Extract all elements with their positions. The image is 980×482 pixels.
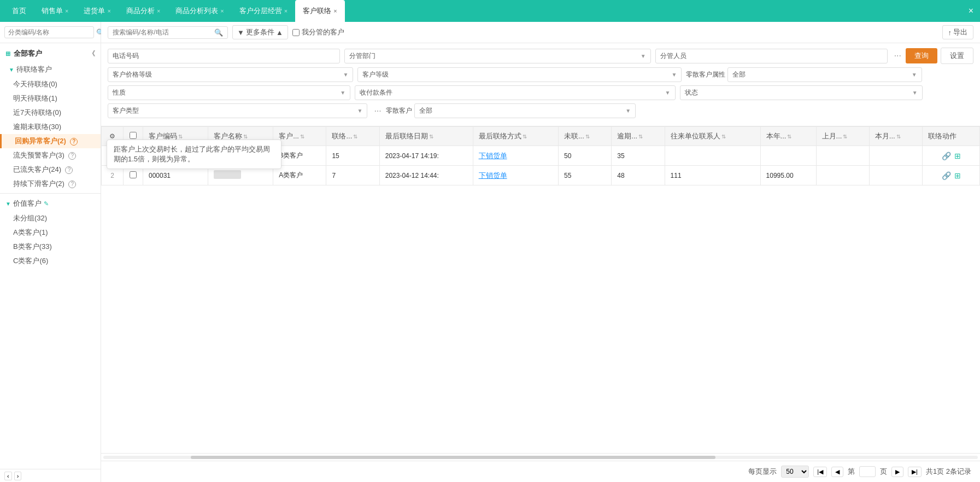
uncontacted-sort-icon: ⇅ xyxy=(585,133,590,140)
data-table-area[interactable]: ⚙ 客户编码 ⇅ 客户名称 ⇅ xyxy=(101,126,980,453)
sidebar-item-b-class[interactable]: B类客户(33) xyxy=(0,240,101,254)
sidebar-item-tomorrow[interactable]: 明天待联络(1) xyxy=(0,91,101,106)
per-page-select[interactable]: 50 20 100 xyxy=(781,466,809,478)
settings-btn[interactable]: 设置 xyxy=(941,48,973,64)
first-page-btn[interactable]: |◀ xyxy=(813,467,827,477)
row2-grid-icon[interactable]: ⊞ xyxy=(954,171,961,180)
sidebar-item-ungrouped[interactable]: 未分组(32) xyxy=(0,211,101,225)
sidebar-item-declining[interactable]: 持续下滑客户(2) ? xyxy=(0,177,101,191)
filter-actions: 查询 设置 xyxy=(906,48,973,64)
prev-page-btn[interactable]: ◀ xyxy=(831,467,843,477)
row2-lastdate: 2023-04-12 14:44: xyxy=(379,166,473,185)
dept-select[interactable]: 分管部门 ▼ xyxy=(344,49,651,63)
more-dots-2[interactable]: ··· xyxy=(374,106,381,116)
nav-product-list-close[interactable]: × xyxy=(220,8,224,14)
col-lastmethod-header[interactable]: 最后联络方式 ⇅ xyxy=(473,127,558,146)
nav-sales-close[interactable]: × xyxy=(65,8,68,14)
col-contact-header[interactable]: 联络... ⇅ xyxy=(326,127,379,146)
horizontal-scrollbar[interactable] xyxy=(101,453,980,461)
nav-customer-contact[interactable]: 客户联络 × xyxy=(295,0,344,22)
sidebar-item-abnormal[interactable]: 回购异常客户(2) ? xyxy=(0,134,101,148)
sidebar-prev-btn[interactable]: ‹ xyxy=(4,472,12,480)
page-input[interactable]: 1 xyxy=(859,466,876,477)
filter-more-btn[interactable]: ▼ 更多条件 ▲ xyxy=(232,25,288,39)
nav-purchase[interactable]: 进货单 × xyxy=(76,0,118,22)
row2-lastmethod[interactable]: 下销货单 xyxy=(473,166,558,185)
filter-bar: 🔍 ▼ 更多条件 ▲ 我分管的客户 ↑ 导出 xyxy=(101,22,980,43)
scrollbar-thumb[interactable] xyxy=(191,456,715,459)
status-chevron-icon: ▼ xyxy=(912,90,918,96)
payment-select[interactable]: 收付款条件 ▼ xyxy=(355,85,675,100)
my-customers-checkbox[interactable] xyxy=(292,29,300,36)
sidebar-item-today[interactable]: 今天待联络(0) xyxy=(0,77,101,91)
contact-sort-icon: ⇅ xyxy=(353,133,357,140)
sidebar-item-7days[interactable]: 近7天待联络(0) xyxy=(0,106,101,120)
filter-row-2: 客户价格等级 ▼ 客户等级 ▼ 零散客户属性 全部 ▼ xyxy=(108,67,973,82)
sidebar-pending-group[interactable]: ▼ 待联络客户 xyxy=(0,62,101,77)
sidebar-item-overdue[interactable]: 逾期未联络(30) xyxy=(0,120,101,134)
nav-sales[interactable]: 销售单 × xyxy=(34,0,76,22)
select-all-checkbox[interactable] xyxy=(130,132,137,139)
nav-product-analysis-close[interactable]: × xyxy=(157,8,160,14)
nav-product-analysis[interactable]: 商品分析 × xyxy=(119,0,168,22)
scatter-customer-select[interactable]: 全部 ▼ xyxy=(414,103,636,118)
sidebar-item-c-class[interactable]: C类客户(6) xyxy=(0,254,101,268)
sidebar-all-customers[interactable]: ⊞ 全部客户 《 xyxy=(0,45,101,62)
customer-grade-chevron-icon: ▼ xyxy=(672,72,677,78)
scatter-attr-label: 零散客户属性 xyxy=(686,70,725,79)
query-btn[interactable]: 查询 xyxy=(906,48,937,63)
nav-customer-tier[interactable]: 客户分层经营 × xyxy=(232,0,295,22)
sidebar-value-group[interactable]: ▼ 价值客户 ✎ xyxy=(0,196,101,211)
row2-checkbox[interactable] xyxy=(130,171,137,178)
sidebar-item-churn-warning[interactable]: 流失预警客户(3) ? xyxy=(0,148,101,162)
price-grade-select[interactable]: 客户价格等级 ▼ xyxy=(108,67,353,82)
col-person-header[interactable]: 往来单位联系人 ⇅ xyxy=(665,127,760,146)
row2-name-avatar xyxy=(214,170,241,179)
nature-select[interactable]: 性质 ▼ xyxy=(108,85,350,100)
filter-search-input[interactable] xyxy=(113,28,212,36)
row2-person: 111 xyxy=(665,166,760,185)
thismonth-sort-icon: ⇅ xyxy=(896,133,901,140)
manager-input[interactable] xyxy=(690,52,883,60)
sidebar-item-churned[interactable]: 已流失客户(24) ? xyxy=(0,162,101,177)
export-btn[interactable]: ↑ 导出 xyxy=(942,25,974,39)
edit-icon[interactable]: ✎ xyxy=(44,200,49,207)
nav-purchase-close[interactable]: × xyxy=(107,8,110,14)
scatter-attr-select[interactable]: 全部 ▼ xyxy=(727,67,922,82)
more-dots-1[interactable]: ··· xyxy=(894,51,901,61)
row1-yearamt xyxy=(760,146,816,166)
col-thismonth-header[interactable]: 本月... ⇅ xyxy=(869,127,922,146)
nav-customer-contact-close[interactable]: × xyxy=(333,8,337,14)
manager-field: 分管人员 xyxy=(655,49,888,63)
phone-input[interactable] xyxy=(142,52,335,60)
nav-home[interactable]: 首页 xyxy=(4,0,34,22)
customer-grade-select[interactable]: 客户等级 ▼ xyxy=(357,67,682,82)
sidebar-collapse-btn[interactable]: 《 xyxy=(89,49,95,59)
col-lastmonth-header[interactable]: 上月... ⇅ xyxy=(816,127,869,146)
sidebar-next-btn[interactable]: › xyxy=(14,472,22,480)
sidebar-search-input[interactable] xyxy=(4,26,94,38)
sidebar-item-a-class[interactable]: A类客户(1) xyxy=(0,225,101,240)
row2-action-group: 🔗 ⊞ xyxy=(928,171,974,180)
filter-panel: 电话号码 分管部门 ▼ 分管人员 ··· 查询 设置 xyxy=(101,43,980,126)
row2-link-icon[interactable]: 🔗 xyxy=(942,171,951,180)
customer-type-select[interactable]: 客户类型 ▼ xyxy=(108,103,367,118)
top-navigation: 首页 销售单 × 进货单 × 商品分析 × 商品分析列表 × 客户分层经营 × … xyxy=(0,0,980,22)
table-footer: 每页显示 50 20 100 |◀ ◀ 第 1 页 ▶ ▶| 共1页 2条记录 xyxy=(101,461,980,482)
payment-chevron-icon: ▼ xyxy=(665,90,671,96)
status-select[interactable]: 状态 ▼ xyxy=(680,85,923,100)
col-yearamt-header[interactable]: 本年... ⇅ xyxy=(760,127,816,146)
row1-grid-icon[interactable]: ⊞ xyxy=(954,152,961,160)
col-overdue-header[interactable]: 逾期... ⇅ xyxy=(612,127,665,146)
nav-customer-tier-close[interactable]: × xyxy=(284,8,287,14)
row1-link-icon[interactable]: 🔗 xyxy=(942,152,951,160)
nav-close-all[interactable]: × xyxy=(969,6,973,16)
row1-lastmethod[interactable]: 下销货单 xyxy=(473,146,558,166)
col-action-header: 联络动作 xyxy=(923,127,980,146)
col-lastdate-header[interactable]: 最后联络日期 ⇅ xyxy=(379,127,473,146)
nav-product-analysis-list[interactable]: 商品分析列表 × xyxy=(168,0,231,22)
filter-search-icon[interactable]: 🔍 xyxy=(214,28,223,37)
next-page-btn[interactable]: ▶ xyxy=(891,467,903,477)
last-page-btn[interactable]: ▶| xyxy=(908,467,922,477)
col-uncontacted-header[interactable]: 未联... ⇅ xyxy=(558,127,611,146)
